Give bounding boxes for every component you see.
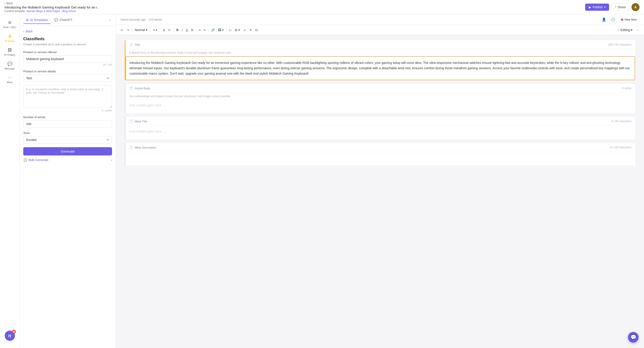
icon-sidebar: ⚙ Brief + SEO ⚡ AI Writer 🖼 AI Images 💬 … — [0, 14, 20, 348]
share-icon: ↑ — [615, 5, 616, 9]
panel: ⊞ AI Templates 💬 ChatGPT ‹ ‹ Back Classi… — [20, 14, 116, 348]
doc-icon-2: 📄 — [129, 86, 133, 90]
doc-title: Introducing the Mobitech Gaming Keyboard… — [4, 5, 99, 9]
align-button[interactable]: ≡ ▾ — [152, 27, 158, 33]
chat-bubble-button[interactable]: 💬 — [628, 332, 639, 343]
bold-button[interactable]: B — [175, 27, 180, 33]
details-label: Product or service details — [23, 70, 112, 73]
publish-chevron-icon: ▾ — [604, 5, 606, 9]
editor-topbar: Saved seconds ago 110 words 👤 🕐 New Item — [116, 14, 644, 25]
product-input[interactable] — [23, 55, 112, 63]
doc-icon-4: 📄 — [129, 146, 133, 149]
back-icon: ‹ — [4, 1, 6, 5]
top-bar: ‹ Back Introducing the Mobitech Gaming K… — [0, 0, 644, 14]
ordered-list-button[interactable]: ≡ — [202, 27, 207, 33]
tone-field-group: Tone Excited Normal Formal Casual Profes… — [23, 131, 112, 144]
panel-collapse-button[interactable]: ‹ — [108, 17, 112, 23]
play-button[interactable]: ▷ — [228, 27, 233, 33]
meta-desc-header: 📄 Meta Description 0 / 120 characters — [126, 143, 635, 152]
toolbar-sep-2 — [150, 28, 150, 32]
details-char-count: 0 / 10000 — [23, 109, 112, 112]
tone-select[interactable]: Excited Normal Formal Casual Professiona… — [23, 136, 112, 144]
meta-title-content[interactable]: Your content goes here ... — [126, 126, 635, 139]
bulk-generate-chevron-icon: › — [111, 158, 112, 162]
article-body-section: 📄 Article Body 0 words Use subheadings a… — [125, 84, 635, 113]
details-textarea[interactable] — [23, 86, 112, 108]
image-button[interactable]: 🖼 ▾ — [217, 27, 225, 33]
tab-ai-templates[interactable]: ⊞ AI Templates — [23, 16, 51, 24]
person-add-icon: 👤 — [602, 17, 606, 22]
toolbar: ↩ ↪ Normal ▾ ≡ ▾ A ✏ B I U S ≡ ≡ 🔗 🖼 ▾ ▷ — [116, 25, 644, 35]
new-item-dot — [621, 18, 623, 21]
style-select[interactable]: Normal ▾ — [134, 27, 149, 33]
avatar[interactable]: A — [632, 3, 640, 11]
new-item-button[interactable]: New Item — [618, 16, 640, 22]
words-input[interactable] — [23, 120, 112, 128]
collaborator-icon-btn[interactable]: 👤 — [600, 16, 608, 23]
details-type-group: Product or service details Text Audio Vi… — [23, 70, 112, 82]
title-section-body[interactable]: Introducing the Mobitech Gaming Keyboard… — [126, 56, 635, 80]
toolbar-sep-6 — [208, 28, 208, 32]
sidebar-item-brief-seo[interactable]: ⚙ Brief + SEO — [1, 18, 18, 31]
lightning-icon: ⚡ — [8, 34, 12, 39]
redo-button[interactable]: ↪ — [125, 27, 130, 33]
article-body-header: 📄 Article Body 0 words — [126, 84, 635, 93]
editor-content: 📄 Title 825 / 60 characters It should fo… — [116, 35, 644, 348]
editor-meta: Saved seconds ago 110 words — [120, 18, 162, 21]
meta-title-header: 📄 Meta Title 0 / 60 characters — [126, 117, 635, 126]
highlight-button[interactable]: ✏ — [167, 27, 172, 33]
toolbar-more-button[interactable]: ··· — [635, 27, 640, 33]
toolbar-sep-7 — [226, 28, 226, 32]
doc-icon-3: 📄 — [129, 120, 133, 123]
user-avatar[interactable]: n 36 — [5, 331, 15, 341]
sidebar-item-ai-images[interactable]: 🖼 AI Images — [1, 46, 18, 58]
back-button[interactable]: ‹ Back — [4, 1, 99, 5]
panel-back-button[interactable]: ‹ Back — [23, 29, 112, 33]
undo-button[interactable]: ↩ — [120, 27, 125, 33]
sidebar-item-more[interactable]: ··· More — [1, 73, 18, 86]
emoji-button[interactable]: ☺ — [242, 27, 248, 33]
generate-button[interactable]: Generate — [23, 147, 112, 156]
special-chars-button[interactable]: ✕ — [248, 27, 253, 33]
template-link[interactable]: Narrato Blogs & Web Pages - Blog Article — [26, 9, 76, 13]
more-toolbar-button[interactable]: ⊟ — [254, 27, 259, 33]
strikethrough-button[interactable]: S — [190, 27, 194, 33]
article-body-content[interactable]: Your content goes here ... — [126, 100, 635, 113]
sidebar-item-ai-writer[interactable]: ⚡ AI Writer — [1, 32, 18, 45]
editing-chevron-icon: ▾ — [631, 28, 632, 32]
meta-desc-section: 📄 Meta Description 0 / 120 characters — [125, 143, 635, 166]
publish-icon: ▶ — [589, 5, 591, 9]
title-char-count: 825 / 60 characters — [608, 43, 632, 46]
text-color-button[interactable]: A — [162, 27, 166, 33]
details-type-select[interactable]: Text Audio Video — [23, 74, 112, 82]
toolbar-right: ✏ Editing ▾ ··· — [616, 27, 640, 33]
table-button[interactable]: ⊞ ▾ — [234, 27, 241, 33]
bulk-generate-icon: 📋 — [23, 158, 27, 162]
bulk-generate-button[interactable]: 📋 Bulk Generate › — [23, 158, 112, 162]
history-icon-btn[interactable]: 🕐 — [609, 16, 616, 23]
classifieds-title: Classifieds — [23, 37, 112, 41]
article-body-char-count: 0 words — [622, 87, 632, 90]
bullet-list-button[interactable]: ≡ — [198, 27, 202, 33]
content-template: Content template: Narrato Blogs & Web Pa… — [4, 9, 99, 13]
style-chevron-icon: ▾ — [146, 28, 147, 32]
product-char-count: 24 / 150 — [23, 63, 112, 66]
sidebar-item-message[interactable]: 💬 Message — [1, 59, 18, 72]
share-button[interactable]: ↑ Share — [611, 3, 629, 11]
avatar-wrapper: n 36 — [1, 327, 18, 345]
tab-chatgpt[interactable]: 💬 ChatGPT — [52, 16, 75, 24]
chat-icon: 💬 — [8, 61, 12, 66]
editing-button[interactable]: ✏ Editing ▾ — [616, 27, 634, 33]
editor-actions: 👤 🕐 New Item — [600, 16, 640, 23]
italic-button[interactable]: I — [180, 27, 184, 33]
words-count: 110 words — [148, 18, 162, 21]
underline-button[interactable]: U — [184, 27, 190, 33]
product-label: Product or service offered — [23, 50, 112, 54]
classifieds-desc: Create a classified ad to sell a product… — [23, 43, 112, 46]
product-field-group: Product or service offered 24 / 150 — [23, 50, 112, 66]
title-section-label: 📄 Title — [129, 43, 140, 46]
link-button[interactable]: 🔗 — [210, 27, 216, 33]
meta-desc-content[interactable] — [126, 152, 635, 166]
top-bar-right: ▶ Publish ▾ ↑ Share A — [585, 3, 640, 11]
publish-button[interactable]: ▶ Publish ▾ — [585, 3, 609, 11]
